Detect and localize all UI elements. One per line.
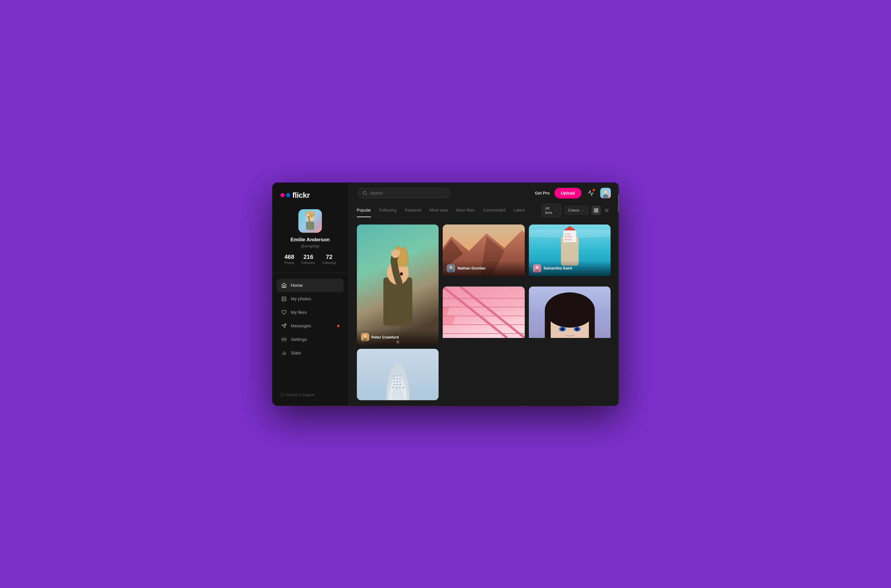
tab-popular[interactable]: Popular	[357, 204, 371, 217]
time-filter-value: All time	[545, 206, 553, 215]
svg-point-16	[363, 191, 366, 195]
svg-rect-88	[396, 378, 398, 380]
photo-2-overlay: Nathan Dumlao	[443, 261, 525, 276]
svg-text:BETTER: BETTER	[564, 239, 571, 241]
settings-icon	[281, 336, 287, 342]
privacy-support-link[interactable]: Privacy & Support	[272, 393, 349, 400]
svg-rect-23	[594, 211, 596, 212]
upload-button[interactable]: Upload	[554, 188, 581, 198]
svg-rect-91	[396, 381, 398, 382]
my-likes-icon	[281, 309, 287, 315]
photo-1-overlay: Peter Crawford	[357, 329, 439, 345]
activity-notification-dot	[593, 189, 595, 191]
scrollbar[interactable]	[618, 183, 619, 406]
svg-rect-24	[597, 211, 598, 212]
search-bar[interactable]	[357, 188, 451, 198]
photo-grid-container[interactable]: Peter Crawford	[349, 218, 619, 406]
photo-card-3[interactable]: LOVE BETTER BETTER	[529, 225, 611, 283]
svg-rect-86	[399, 375, 401, 376]
svg-rect-93	[393, 384, 395, 385]
svg-rect-22	[597, 208, 598, 210]
tab-commented[interactable]: Commented	[483, 204, 505, 217]
main-content: Get Pro Upload	[349, 183, 619, 406]
svg-rect-87	[393, 378, 395, 380]
list-icon	[604, 208, 609, 213]
search-icon	[362, 191, 367, 195]
filter-controls: All time Colors	[541, 204, 611, 217]
author-avatar-svg-1	[361, 333, 369, 341]
photo-image-5	[529, 286, 611, 338]
logo-dots	[281, 193, 290, 197]
my-photos-icon	[281, 296, 287, 302]
photos-label: Photos	[284, 261, 294, 264]
sidebar-item-messages-label: Messeges	[291, 323, 311, 328]
sidebar-item-home-label: Home	[291, 283, 303, 288]
svg-point-19	[604, 190, 607, 194]
profile-stats: 468 Photos 216 Followers 72 Following	[281, 254, 340, 264]
app-name: flickr	[293, 191, 310, 200]
grid-icon	[594, 208, 598, 213]
svg-rect-98	[399, 387, 401, 388]
svg-point-6	[283, 298, 283, 298]
sidebar-item-my-likes[interactable]: My likes	[277, 306, 344, 319]
get-pro-button[interactable]: Get Pro	[535, 191, 550, 195]
sidebar-item-messages[interactable]: Messeges	[277, 320, 344, 332]
photo-3-author-avatar	[533, 264, 541, 272]
time-filter-dropdown[interactable]: All time	[541, 204, 562, 217]
svg-rect-3	[306, 222, 314, 230]
svg-point-58	[536, 266, 538, 269]
svg-line-17	[366, 194, 367, 195]
svg-point-40	[364, 335, 367, 338]
tab-featured[interactable]: Featured	[405, 204, 421, 217]
info-icon	[281, 393, 284, 397]
photo-image-1	[357, 225, 439, 345]
activity-button[interactable]	[586, 188, 596, 198]
app-window: flickr	[272, 183, 619, 406]
user-avatar-header[interactable]	[600, 188, 611, 198]
logo-dot-blue	[286, 193, 290, 197]
sidebar-item-my-photos-label: My photos	[291, 296, 311, 301]
search-input[interactable]	[370, 191, 445, 195]
followers-count: 216	[304, 254, 313, 260]
svg-rect-96	[392, 387, 394, 388]
photo-card-2[interactable]: Nathan Dumlao	[443, 225, 525, 283]
stat-photos: 468 Photos	[284, 254, 294, 264]
photos-count: 468	[284, 254, 294, 260]
avatar[interactable]	[298, 209, 322, 233]
photo-card-1[interactable]: Peter Crawford	[357, 225, 439, 345]
chevron-down-icon-2	[581, 208, 585, 212]
photo-card-6[interactable]	[357, 349, 439, 400]
sidebar-item-stats[interactable]: Stats	[277, 346, 344, 359]
tab-latest[interactable]: Latest	[514, 204, 525, 217]
photo-card-4[interactable]	[443, 286, 525, 345]
avatar-image	[298, 209, 322, 233]
sidebar-item-settings[interactable]: Settings	[277, 333, 344, 346]
svg-rect-85	[396, 375, 398, 376]
svg-point-73	[545, 292, 595, 328]
svg-point-47	[449, 266, 452, 269]
svg-rect-90	[393, 381, 395, 382]
chevron-down-icon	[555, 208, 557, 212]
logo: flickr	[272, 191, 349, 209]
sidebar-item-my-photos[interactable]: My photos	[277, 292, 344, 305]
following-count: 72	[326, 254, 332, 260]
svg-rect-60	[443, 286, 525, 338]
grid-view-button[interactable]	[592, 206, 601, 215]
svg-text:BETTER: BETTER	[564, 236, 571, 238]
tab-popular-label: Popular	[357, 208, 371, 213]
sidebar-item-home[interactable]: Home	[277, 279, 344, 292]
svg-point-32	[400, 272, 403, 275]
tab-following[interactable]: Following	[379, 204, 397, 217]
svg-rect-97	[395, 387, 397, 388]
profile-handle: @emiphtgr	[301, 244, 320, 248]
list-view-button[interactable]	[602, 206, 612, 215]
colors-filter-dropdown[interactable]: Colors	[564, 206, 589, 215]
stat-followers: 216 Followers	[301, 254, 315, 264]
photo-card-5[interactable]	[529, 286, 611, 345]
tab-more-likes[interactable]: More likes	[456, 204, 475, 217]
svg-rect-94	[396, 384, 398, 385]
home-icon	[281, 282, 287, 288]
tab-most-view-label: Most view	[430, 208, 448, 213]
tab-most-view[interactable]: Most view	[430, 204, 448, 217]
privacy-support-label: Privacy & Support	[286, 393, 314, 397]
